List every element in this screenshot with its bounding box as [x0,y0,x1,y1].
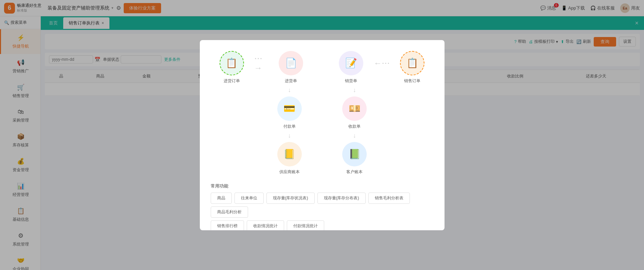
flow-node-sales-order[interactable]: 📋 销售订单 [391,51,433,84]
flow-node-sales-bill[interactable]: 📝 销货单 [330,51,372,84]
sales-bill-label: 销货单 [345,78,357,84]
sales-order-icon: 📋 [406,57,418,69]
modal-overlay[interactable]: 📋 进货订单 ⋯→ 📄 进货单 📝 [0,0,644,270]
supplier-label: 供应商账本 [279,169,300,175]
flow-node-purchase-order[interactable]: 📋 进货订单 [211,51,253,84]
purchase-order-label: 进货订单 [224,78,240,84]
func-btn-stock-status[interactable]: 现存量(库存状况表) [266,193,315,204]
flow-node-purchase-bill[interactable]: 📄 进货单 [270,51,312,84]
supplier-icon: 📒 [283,148,295,160]
sales-bill-circle: 📝 [339,51,363,75]
func-btn-partners[interactable]: 往来单位 [234,193,264,204]
modal: 📋 进货订单 ⋯→ 📄 进货单 📝 [200,40,445,230]
purchase-bill-circle: 📄 [279,51,303,75]
func-buttons-row2: 销售排行榜 收款情况统计 付款情况统计 [211,220,434,230]
flow-arrow-row-1: ↓ ↓ [211,87,434,94]
receipt-circle: 💴 [342,96,367,121]
arrow-pay-down: ↓ [288,132,291,139]
arrow-sb-down: ↓ [353,87,356,94]
purchase-order-icon: 📋 [226,57,238,69]
sales-order-label: 销售订单 [404,78,420,84]
flow-row-1: 📋 进货订单 ⋯→ 📄 进货单 📝 [211,51,434,84]
flow-arrow-row-2: ↓ ↓ [211,132,434,139]
receipt-label: 收款单 [348,124,361,129]
payment-label: 付款单 [283,124,296,129]
func-buttons-row: 商品 往来单位 现存量(库存状况表) 现存量(库存分布表) 销售毛利分析表 商品… [211,193,434,218]
sales-order-circle: 📋 [400,51,424,75]
sales-bill-icon: 📝 [345,57,357,69]
purchase-bill-label: 进货单 [285,78,297,84]
purchase-order-circle: 📋 [220,51,244,75]
customer-circle: 📗 [342,142,367,166]
flow-node-supplier[interactable]: 📒 供应商账本 [267,142,312,175]
flow-node-receipt[interactable]: 💴 收款单 [332,96,377,129]
func-btn-stock-dist[interactable]: 现存量(库存分布表) [317,193,366,204]
flow-section: 📋 进货订单 ⋯→ 📄 进货单 📝 [211,51,434,178]
common-functions-title: 常用功能 [211,183,434,189]
func-btn-goods[interactable]: 商品 [211,193,232,204]
payment-icon: 💳 [283,103,295,114]
receipt-icon: 💴 [349,103,361,114]
arrow-rec-down: ↓ [353,132,356,139]
func-btn-sales-gross[interactable]: 销售毛利分析表 [368,193,410,204]
func-btn-sales-rank[interactable]: 销售排行榜 [211,220,244,230]
purchase-bill-icon: 📄 [285,57,297,69]
common-functions: 常用功能 商品 往来单位 现存量(库存状况表) 现存量(库存分布表) 销售毛利分… [211,183,434,230]
flow-node-payment[interactable]: 💳 付款单 [267,96,312,129]
arrow-pb-down: ↓ [288,87,291,94]
customer-icon: 📗 [349,148,361,160]
flow-node-customer[interactable]: 📗 客户账本 [332,142,377,175]
arrow-so-to-sb: ←⋯ [372,58,391,68]
flow-row-3: 📒 供应商账本 📗 客户账本 [211,142,434,175]
func-btn-goods-gross[interactable]: 商品毛利分析 [211,206,248,218]
payment-circle: 💳 [277,96,302,121]
func-btn-receipt-stat[interactable]: 收款情况统计 [247,220,284,230]
customer-label: 客户账本 [346,169,363,175]
flow-row-2: 💳 付款单 💴 收款单 [211,96,434,129]
supplier-circle: 📒 [277,142,302,166]
func-btn-payment-stat[interactable]: 付款情况统计 [287,220,324,230]
arrow-po-to-pb: ⋯→ [253,54,270,73]
